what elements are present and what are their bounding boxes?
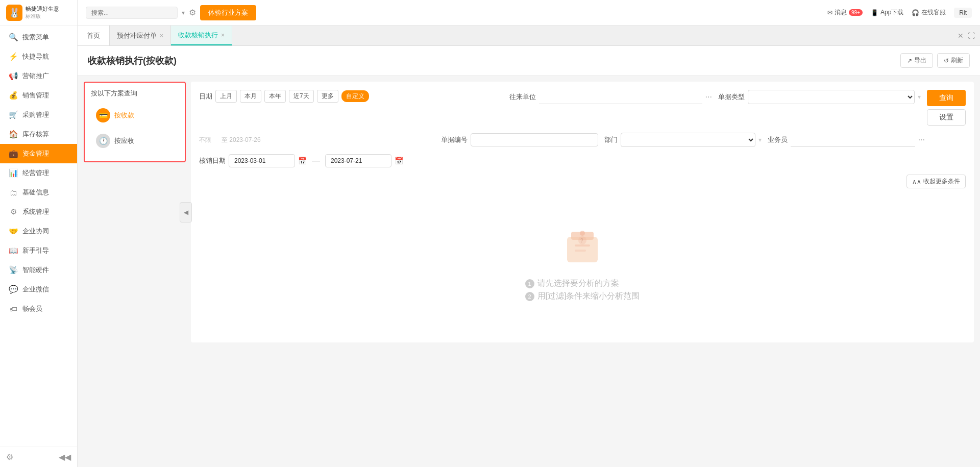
tab-actions: ✕ ⛶	[952, 26, 980, 45]
query-button[interactable]: 查询	[927, 90, 966, 106]
partner-more-icon[interactable]: ···	[705, 92, 712, 102]
tab-close-active-icon[interactable]: ×	[221, 32, 225, 39]
sidebar-item-finance[interactable]: 💼 资金管理	[0, 144, 77, 163]
sidebar-item-basic[interactable]: 🗂 基础信息	[0, 183, 77, 202]
online-service-button[interactable]: 🎧 在线客服	[912, 8, 946, 17]
search-input[interactable]	[86, 7, 178, 19]
headset-icon: 🎧	[912, 9, 919, 16]
gear-icon[interactable]: ⚙	[189, 8, 196, 17]
page-header-actions: ↗ 导出 ↺ 刷新	[900, 53, 970, 75]
export-icon: ↗	[907, 57, 912, 64]
date-btn-this-month[interactable]: 本月	[240, 90, 261, 103]
staff-more-icon[interactable]: ···	[918, 135, 925, 144]
finance-icon: 💼	[8, 149, 18, 158]
sidebar-item-wechat[interactable]: 💬 企业微信	[0, 280, 77, 299]
page-title: 收款核销执行(按收款)	[88, 55, 177, 74]
settings-icon[interactable]: ⚙	[6, 452, 13, 462]
date-btn-more[interactable]: 更多	[317, 90, 338, 103]
sidebar-item-label: 营销推广	[22, 71, 49, 81]
export-button[interactable]: ↗ 导出	[900, 53, 933, 68]
close-window-icon[interactable]: ✕	[958, 32, 964, 40]
calendar-start-icon[interactable]: 📅	[298, 157, 307, 165]
dept-select[interactable]	[621, 133, 755, 147]
logo-area: 🐰 畅捷通好生意 标准版	[0, 0, 77, 26]
system-icon: ⚙	[8, 207, 18, 216]
sidebar-item-operation[interactable]: 📊 经营管理	[0, 163, 77, 183]
verify-date-end-input[interactable]	[325, 154, 391, 167]
tab-receipt-verify[interactable]: 收款核销执行 ×	[171, 26, 232, 45]
verify-date-label: 核销日期	[199, 156, 226, 165]
tab-spacer	[232, 26, 952, 45]
bill-no-input[interactable]	[471, 133, 598, 146]
collab-icon: 🤝	[8, 227, 18, 236]
sidebar: 🐰 畅捷通好生意 标准版 🔍 搜索菜单 ⚡ 快捷导航 📢 营销推广 💰 销售管理…	[0, 0, 78, 467]
app-download-button[interactable]: 📱 App下载	[871, 8, 903, 17]
empty-state: ? 1 请先选择要分析的方案 2 用[过滤]条件来缩小分析范围	[199, 188, 966, 334]
date-no-limit-text: 不限	[199, 136, 218, 144]
query-panel: 按以下方案查询 💳 按收款 🕐 按应收	[84, 82, 186, 162]
sidebar-nav: 🔍 搜索菜单 ⚡ 快捷导航 📢 营销推广 💰 销售管理 🛒 采购管理 🏠 库存核…	[0, 26, 77, 447]
date-custom-button[interactable]: 自定义	[341, 90, 369, 102]
sidebar-item-inventory[interactable]: 🏠 库存核算	[0, 125, 77, 144]
query-panel-wrapper: 按以下方案查询 💳 按收款 🕐 按应收 ◀	[84, 82, 186, 342]
solution-button[interactable]: 体验行业方案	[200, 5, 256, 20]
date-btn-this-year[interactable]: 本年	[264, 90, 286, 103]
sidebar-item-label: 畅会员	[22, 304, 42, 313]
date-btn-7days[interactable]: 近7天	[289, 90, 314, 103]
collapse-more-button[interactable]: ∧∧ 收起更多条件	[906, 175, 966, 188]
query-option-receivable-label: 按应收	[114, 136, 134, 145]
sidebar-item-search[interactable]: 🔍 搜索菜单	[0, 28, 77, 47]
user-profile[interactable]: Rit	[954, 8, 972, 18]
query-panel-title: 按以下方案查询	[91, 89, 179, 98]
svg-rect-4	[575, 250, 586, 252]
bill-type-select[interactable]	[748, 90, 915, 104]
collapse-more-label: 收起更多条件	[923, 177, 960, 186]
page-header: 收款核销执行(按收款) ↗ 导出 ↺ 刷新	[78, 46, 980, 76]
message-label: 消息	[835, 8, 847, 17]
sidebar-item-nav[interactable]: ⚡ 快捷导航	[0, 47, 77, 66]
marketing-icon: 📢	[8, 71, 18, 81]
tab-prepay[interactable]: 预付冲应付单 ×	[110, 26, 171, 45]
guide-icon: 📖	[8, 246, 18, 255]
message-button[interactable]: ✉ 消息 99+	[827, 8, 863, 17]
maximize-icon[interactable]: ⛶	[968, 32, 975, 40]
receivable-option-icon: 🕐	[96, 134, 110, 148]
sidebar-item-guide[interactable]: 📖 新手引导	[0, 241, 77, 260]
collapse-sidebar-icon[interactable]: ◀◀	[59, 452, 71, 462]
query-panel-collapse-button[interactable]: ◀	[180, 202, 192, 223]
empty-hints: 1 请先选择要分析的方案 2 用[过滤]条件来缩小分析范围	[525, 278, 640, 304]
partner-label: 往来单位	[509, 92, 536, 102]
topbar: ▾ ⚙ 体验行业方案 ✉ 消息 99+ 📱 App下载 🎧 在线客服 Rit	[78, 0, 980, 26]
sidebar-item-system[interactable]: ⚙ 系统管理	[0, 202, 77, 222]
dept-chevron-icon: ▾	[758, 136, 762, 143]
tab-close-icon[interactable]: ×	[160, 32, 163, 39]
sales-icon: 💰	[8, 91, 18, 100]
query-option-by-receipt[interactable]: 💳 按收款	[91, 104, 179, 127]
sidebar-item-label: 企业微信	[22, 285, 49, 294]
sidebar-item-marketing[interactable]: 📢 营销推广	[0, 66, 77, 86]
sidebar-item-label: 经营管理	[22, 168, 49, 178]
hint-step-1: 1 请先选择要分析的方案	[525, 278, 640, 289]
receipt-option-icon: 💳	[96, 108, 110, 122]
refresh-button[interactable]: ↺ 刷新	[937, 53, 970, 68]
app-name: 畅捷通好生意	[26, 5, 59, 12]
setting-button[interactable]: 设置	[927, 109, 966, 126]
tab-home[interactable]: 首页	[78, 26, 110, 45]
date-btn-last-month[interactable]: 上月	[215, 90, 237, 103]
tab-prepay-label: 预付冲应付单	[117, 31, 157, 40]
date-filter-group: 上月 本月 本年 近7天 更多 自定义	[215, 90, 369, 103]
query-option-by-receivable[interactable]: 🕐 按应收	[91, 130, 179, 152]
sidebar-item-sales[interactable]: 💰 销售管理	[0, 86, 77, 105]
wechat-icon: 💬	[8, 285, 18, 294]
tab-receipt-verify-label: 收款核销执行	[178, 31, 218, 40]
sidebar-item-member[interactable]: 🏷 畅会员	[0, 299, 77, 318]
sidebar-item-purchase[interactable]: 🛒 采购管理	[0, 105, 77, 125]
svg-text:?: ?	[580, 238, 583, 243]
hint-num-2: 2	[525, 292, 534, 301]
sidebar-item-hardware[interactable]: 📡 智能硬件	[0, 260, 77, 280]
calendar-end-icon[interactable]: 📅	[395, 157, 403, 165]
chevron-down-icon: ▾	[182, 9, 185, 16]
hint-step-2: 2 用[过滤]条件来缩小分析范围	[525, 291, 640, 302]
verify-date-start-input[interactable]	[229, 154, 295, 167]
sidebar-item-collab[interactable]: 🤝 企业协同	[0, 222, 77, 241]
